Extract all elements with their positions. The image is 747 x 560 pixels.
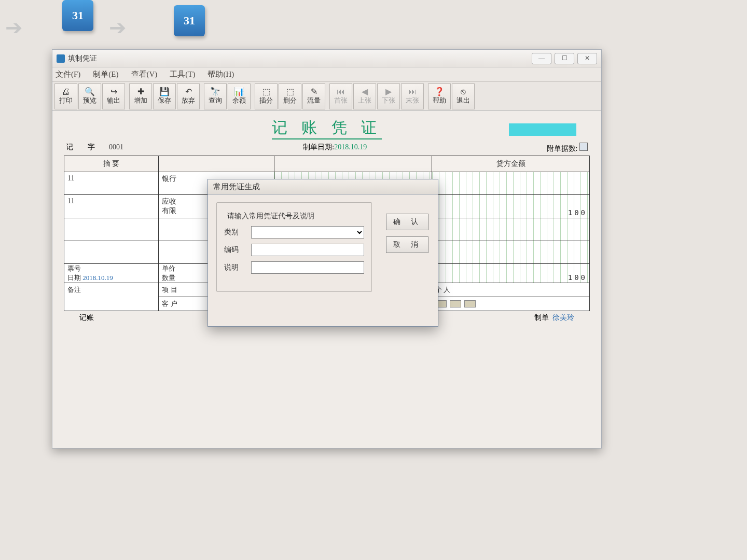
label-zhidan: 制单 — [534, 314, 549, 321]
save-icon: 💾 — [159, 88, 170, 96]
ok-button[interactable]: 确 认 — [386, 214, 428, 230]
tool-preview[interactable]: 🔍预览 — [78, 83, 101, 109]
tool-first[interactable]: ⏮首张 — [329, 83, 352, 109]
tool-delete-line[interactable]: ⬚删分 — [279, 83, 301, 109]
tool-query[interactable]: 🔭查询 — [204, 83, 227, 109]
label-jizhang: 记账 — [79, 313, 94, 323]
label-code: 编码 — [224, 245, 245, 255]
value-riqi: 2018.10.19 — [82, 274, 113, 282]
export-icon: ↪ — [110, 88, 117, 96]
menu-bill[interactable]: 制单(E) — [93, 69, 118, 79]
window-title: 填制凭证 — [68, 54, 97, 63]
tool-add[interactable]: ✚增加 — [129, 83, 152, 109]
currency-icons[interactable] — [435, 300, 476, 307]
tool-balance[interactable]: 📊余额 — [228, 83, 251, 109]
tool-output[interactable]: ↪输出 — [102, 83, 125, 109]
attachment-count-area[interactable]: 附单据数: — [547, 143, 588, 153]
cell-credit[interactable] — [432, 241, 590, 264]
desc-input[interactable] — [251, 261, 364, 274]
binoculars-icon: 🔭 — [210, 88, 220, 96]
wallpaper-arrow-icon: ➔ — [109, 16, 127, 40]
cell-credit[interactable] — [432, 218, 590, 241]
cell-summary[interactable] — [64, 241, 159, 264]
undo-icon: ↶ — [185, 88, 192, 96]
calendar-day: 31 — [72, 9, 84, 22]
next-icon: ▶ — [385, 88, 392, 96]
common-voucher-dialog: 常用凭证生成 请输入常用凭证代号及说明 类别 编码 说明 确 认 取 消 — [208, 179, 438, 327]
type-select[interactable] — [251, 226, 364, 239]
plus-icon: ✚ — [137, 88, 144, 96]
tool-exit[interactable]: ⎋退出 — [452, 83, 475, 109]
titlebar[interactable]: 填制凭证 — ☐ ✕ — [52, 50, 601, 67]
label-riqi: 日期 — [67, 274, 81, 282]
tool-next[interactable]: ▶下张 — [377, 83, 400, 109]
magnify-icon[interactable] — [579, 143, 588, 151]
col-subject — [159, 156, 274, 172]
close-button[interactable]: ✕ — [577, 53, 597, 64]
cancel-button[interactable]: 取 消 — [386, 236, 428, 253]
toolbar: 🖨打印 🔍预览 ↪输出 ✚增加 💾保存 ↶放弃 🔭查询 📊余额 ⬚插分 ⬚删分 … — [52, 82, 601, 111]
menu-view[interactable]: 查看(V) — [131, 69, 158, 79]
label-type: 类别 — [224, 228, 245, 237]
col-debit — [274, 156, 432, 172]
cell-summary[interactable]: 11 — [64, 195, 159, 218]
help-icon: ❓ — [434, 88, 445, 96]
last-icon: ⏭ — [408, 88, 417, 96]
value-zhidan: 徐美玲 — [552, 314, 574, 321]
calendar-day: 31 — [184, 14, 195, 27]
insert-row-icon: ⬚ — [262, 88, 270, 96]
preview-icon: 🔍 — [85, 88, 95, 96]
tool-prev[interactable]: ◀上张 — [353, 83, 376, 109]
voucher-number-area: 记 字 0001 — [66, 143, 123, 153]
fieldset-legend: 请输入常用凭证代号及说明 — [224, 212, 317, 221]
desktop-calendar-icon[interactable]: 31 — [174, 5, 205, 36]
tool-flow[interactable]: ✎流量 — [302, 83, 325, 109]
menu-tool[interactable]: 工具(T) — [170, 69, 195, 79]
tool-insert-line[interactable]: ⬚插分 — [255, 83, 278, 109]
flow-icon: ✎ — [311, 88, 317, 96]
tool-save[interactable]: 💾保存 — [153, 83, 176, 109]
menu-file[interactable]: 文件(F) — [56, 69, 80, 79]
cell-credit[interactable]: 100 — [432, 195, 590, 218]
cell-summary[interactable] — [64, 218, 159, 241]
label-desc: 说明 — [224, 263, 245, 272]
maximize-button[interactable]: ☐ — [555, 53, 574, 64]
tool-help[interactable]: ❓帮助 — [428, 83, 451, 109]
dialog-fieldset: 请输入常用凭证代号及说明 类别 编码 说明 — [216, 202, 372, 292]
label-beizhu: 备注 — [64, 283, 159, 311]
cell-credit[interactable] — [432, 172, 590, 195]
col-credit: 贷方金额 — [432, 156, 590, 172]
first-icon: ⏮ — [337, 88, 345, 96]
label-piaohao: 票号 — [67, 264, 81, 272]
wallpaper-arrow-icon: ➔ — [5, 16, 23, 40]
dialog-title[interactable]: 常用凭证生成 — [208, 179, 438, 195]
exit-icon: ⎋ — [461, 88, 466, 96]
menu-help[interactable]: 帮助(H) — [208, 69, 234, 79]
prev-icon: ◀ — [362, 88, 368, 96]
voucher-title: 记 账 凭 证 — [272, 117, 382, 139]
chart-icon: 📊 — [234, 88, 244, 96]
desktop-calendar-icon[interactable]: 31 — [62, 0, 93, 31]
menubar: 文件(F) 制单(E) 查看(V) 工具(T) 帮助(H) — [52, 67, 601, 82]
printer-icon: 🖨 — [62, 88, 70, 96]
app-icon — [57, 54, 65, 63]
selection-highlight — [509, 123, 576, 136]
minimize-button[interactable]: — — [532, 53, 551, 64]
total-credit: 100 — [568, 273, 587, 282]
cell-summary[interactable]: 11 — [64, 172, 159, 195]
voucher-date-area: 制单日期:2018.10.19 — [303, 143, 367, 153]
delete-row-icon: ⬚ — [286, 88, 294, 96]
tool-discard[interactable]: ↶放弃 — [177, 83, 200, 109]
code-input[interactable] — [251, 244, 364, 256]
tool-last[interactable]: ⏭末张 — [401, 83, 424, 109]
col-summary: 摘 要 — [64, 156, 159, 172]
tool-print[interactable]: 🖨打印 — [54, 83, 77, 109]
